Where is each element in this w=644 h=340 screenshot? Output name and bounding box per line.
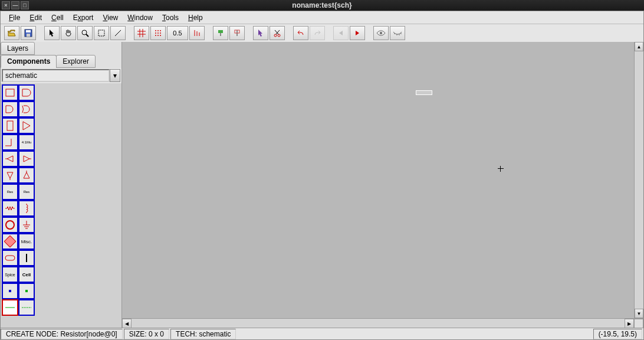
window-titlebar: × — □ noname:test{sch} [0,0,644,11]
component-bar[interactable] [18,250,35,266]
svg-rect-20 [218,30,223,33]
grid-toggle-button[interactable] [134,26,149,40]
cut-button[interactable] [270,26,285,40]
component-d-shape[interactable] [2,101,18,117]
component-resistor-a[interactable]: Res [2,184,18,200]
menu-view[interactable]: View [98,12,123,23]
select-pointer-button[interactable] [253,26,268,40]
component-tri-left[interactable] [2,151,18,167]
grid-dots-button[interactable] [150,26,166,40]
component-selected-b[interactable] [18,299,35,316]
svg-rect-31 [4,236,16,247]
object-toggle-b-button[interactable] [229,26,245,40]
component-dot-green[interactable] [18,283,35,299]
menu-tools[interactable]: Tools [157,12,183,23]
component-buffer[interactable] [18,117,35,134]
tab-components[interactable]: Components [1,55,57,68]
zoom-tool-button[interactable] [77,26,93,40]
scissors-icon [273,29,281,37]
menu-help[interactable]: Help [183,12,208,23]
menu-edit[interactable]: Edit [25,12,47,23]
svg-rect-1 [26,30,31,32]
svg-point-11 [157,32,159,34]
menu-file[interactable]: File [4,12,25,23]
arrow-right-icon [353,29,362,37]
component-tri-up[interactable] [18,167,35,184]
marquee-icon [97,29,106,37]
svg-point-3 [82,30,87,35]
magnifier-icon [81,29,89,37]
undo-button[interactable] [293,26,308,40]
technology-dropdown[interactable]: schematic [2,69,110,82]
component-palette: 4:1Mu Res Res Misc. Spice Cel [1,83,36,317]
line-tool-button[interactable] [110,26,126,40]
eye-open-button[interactable] [373,26,389,40]
tab-explorer[interactable]: Explorer [56,55,96,68]
eye-closed-button[interactable] [390,26,405,40]
save-button[interactable] [21,26,36,40]
align-button[interactable] [189,26,205,40]
hscroll-track[interactable] [132,319,625,328]
component-circle[interactable] [2,217,18,233]
svg-point-10 [155,32,156,34]
component-resistor-b[interactable]: Res [18,184,35,200]
component-box[interactable] [2,84,18,101]
redo-button[interactable] [310,26,325,40]
window-title: noname:test{sch} [292,1,351,9]
nav-forward-button[interactable] [350,26,365,40]
horizontal-scrollbar[interactable]: ◀ ▶ [122,318,643,328]
close-window-button[interactable]: × [2,1,10,9]
svg-point-30 [6,221,14,229]
open-button[interactable] [4,26,19,40]
status-size: SIZE: 0 x 0 [124,329,169,339]
component-tag[interactable]: 4:1Mu [18,134,35,151]
component-dot-blue[interactable] [2,283,18,299]
maximize-window-button[interactable]: □ [21,1,29,9]
component-d-shape2[interactable] [18,101,35,117]
component-tri-down[interactable] [2,167,18,184]
schematic-canvas[interactable] [122,42,634,318]
component-tri-right[interactable] [18,151,35,167]
scroll-left-button[interactable]: ◀ [122,319,132,328]
scroll-down-button[interactable]: ▼ [635,309,643,318]
svg-point-15 [160,35,161,36]
component-rect-red[interactable] [2,250,18,266]
grid-size-display[interactable]: 0.5 [167,26,188,40]
svg-rect-5 [98,30,104,36]
component-cell-label[interactable]: Cell [18,266,35,283]
pointer-icon [48,29,55,37]
svg-point-8 [157,30,159,31]
component-and-gate[interactable] [18,84,35,101]
minimize-window-button[interactable]: — [11,1,19,9]
technology-dropdown-arrow[interactable]: ▾ [110,69,120,82]
component-coil[interactable] [18,200,35,217]
component-resistor-c[interactable] [2,200,18,217]
component-ground[interactable] [18,217,35,233]
status-tech: TECH: schematic [170,329,236,339]
component-misc-a[interactable] [2,233,18,250]
pointer-tool-button[interactable] [44,26,60,40]
component-rect-tall[interactable] [2,117,18,134]
component-spice-label[interactable]: Spice [2,266,18,283]
pan-tool-button[interactable] [61,26,76,40]
status-coordinates: (-19.5, 19.5) [593,329,642,339]
component-wire-l[interactable] [2,134,18,151]
nav-back-button[interactable] [333,26,349,40]
menu-bar: File Edit Cell Export View Window Tools … [1,11,643,24]
component-misc-label[interactable]: Misc. [18,233,35,250]
scroll-up-button[interactable]: ▲ [635,42,643,51]
scroll-corner [634,319,643,328]
menu-export[interactable]: Export [68,12,98,23]
svg-rect-2 [27,34,30,37]
vertical-scrollbar[interactable]: ▲ ▼ [634,42,643,318]
hand-icon [64,29,73,37]
vscroll-track[interactable] [635,51,643,309]
scroll-right-button[interactable]: ▶ [625,319,634,328]
marquee-tool-button[interactable] [94,26,109,40]
tab-layers[interactable]: Layers [1,42,35,55]
object-toggle-a-button[interactable] [213,26,228,40]
menu-cell[interactable]: Cell [47,12,68,23]
menu-window[interactable]: Window [123,12,157,23]
flag-green-icon [216,29,225,37]
component-selected-a[interactable] [2,299,18,316]
